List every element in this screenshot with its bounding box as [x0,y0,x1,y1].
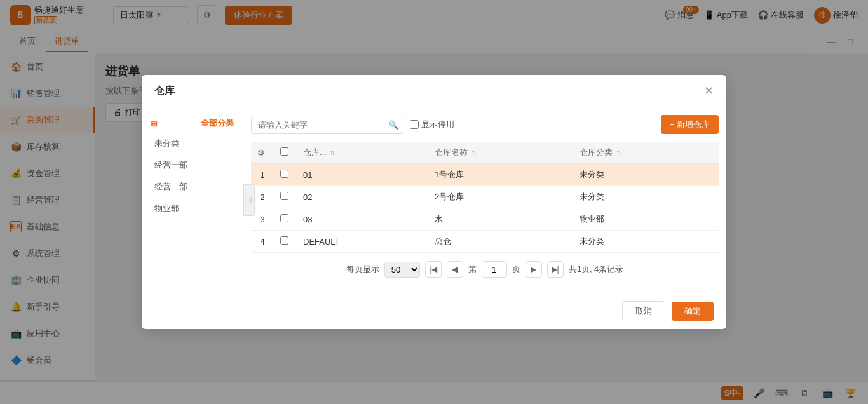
table-row[interactable]: 1 01 1号仓库 未分类 [251,164,719,186]
table-row[interactable]: 2 02 2号仓库 未分类 [251,186,719,208]
row-code: 03 [297,208,428,231]
row-checkbox-cell [274,208,297,231]
row-checkbox-cell [274,186,297,208]
all-categories-button[interactable]: ⊞ 全部分类 [142,114,243,133]
category-uncategorized[interactable]: 未分类 [142,133,243,154]
prev-page-button[interactable]: ◀ [447,261,463,278]
table-row[interactable]: 3 03 水 物业部 [251,208,719,231]
row-checkbox[interactable] [280,214,288,222]
next-page-button[interactable]: ▶ [526,261,542,278]
modal-body: ⊞ 全部分类 未分类 经营一部 经营二部 物业部 《 🔍 [142,107,726,293]
category-property[interactable]: 物业部 [142,198,243,219]
table-header-row: ⚙ 仓库... ⇅ 仓库名称 ⇅ 仓库分类 ⇅ [251,142,719,164]
page-unit: 页 [512,264,520,275]
page-label: 第 [468,264,477,275]
row-category: 未分类 [573,164,719,186]
row-category: 未分类 [573,186,719,208]
category-ops1[interactable]: 经营一部 [142,154,243,176]
row-code: 01 [297,164,428,186]
row-code: 02 [297,186,428,208]
pagination: 每页显示 50 100 |◀ ◀ 第 页 ▶ ▶| 共1页, 4条记录 [251,253,719,285]
table-container: ⚙ 仓库... ⇅ 仓库名称 ⇅ 仓库分类 ⇅ 1 01 [251,142,719,253]
row-name: 水 [428,208,574,231]
select-all-checkbox[interactable] [280,147,288,156]
col-checkbox [274,142,297,164]
modal-header: 仓库 ✕ [142,75,726,107]
confirm-button[interactable]: 确定 [672,302,714,321]
warehouse-table: ⚙ 仓库... ⇅ 仓库名称 ⇅ 仓库分类 ⇅ 1 01 [251,142,719,253]
table-row[interactable]: 4 DEFAULT 总仓 未分类 [251,231,719,253]
row-name: 2号仓库 [428,186,574,208]
row-checkbox[interactable] [280,236,288,245]
row-num: 4 [251,231,274,253]
category-panel: ⊞ 全部分类 未分类 经营一部 经营二部 物业部 《 [142,107,243,293]
row-category: 未分类 [573,231,719,253]
search-wrap: 🔍 [251,116,403,134]
last-page-button[interactable]: ▶| [547,261,564,278]
per-page-select[interactable]: 50 100 [384,262,420,278]
col-code: 仓库... ⇅ [297,142,428,164]
col-category: 仓库分类 ⇅ [573,142,719,164]
row-checkbox[interactable] [280,192,288,200]
collapse-panel-button[interactable]: 《 [243,184,255,216]
show-disabled-label: 显示停用 [410,119,454,130]
modal-footer: 取消 确定 [142,293,726,329]
table-toolbar: 🔍 显示停用 + 新增仓库 [251,115,719,134]
cancel-button[interactable]: 取消 [622,301,665,321]
new-warehouse-button[interactable]: + 新增仓库 [661,115,719,134]
page-input[interactable] [482,261,507,278]
row-checkbox-cell [274,164,297,186]
col-gear: ⚙ [251,142,274,164]
first-page-button[interactable]: |◀ [425,261,442,278]
row-category: 物业部 [573,208,719,231]
search-icon[interactable]: 🔍 [388,120,398,130]
modal-close-button[interactable]: ✕ [704,84,714,98]
row-code: DEFAULT [297,231,428,253]
page-summary: 共1页, 4条记录 [569,264,624,275]
modal-overlay: 仓库 ✕ ⊞ 全部分类 未分类 经营一部 经营二部 物业部 《 [0,0,868,404]
row-name: 总仓 [428,231,574,253]
table-panel: 🔍 显示停用 + 新增仓库 ⚙ [243,107,726,293]
grid-icon: ⊞ [151,119,158,128]
search-input[interactable] [251,116,403,134]
row-checkbox-cell [274,231,297,253]
row-num: 1 [251,164,274,186]
col-name: 仓库名称 ⇅ [428,142,574,164]
row-name: 1号仓库 [428,164,574,186]
row-checkbox[interactable] [280,170,288,178]
show-disabled-checkbox[interactable] [410,120,419,129]
category-ops2[interactable]: 经营二部 [142,176,243,198]
warehouse-modal: 仓库 ✕ ⊞ 全部分类 未分类 经营一部 经营二部 物业部 《 [142,75,726,329]
modal-title: 仓库 [154,84,175,98]
per-page-label: 每页显示 [346,264,379,275]
